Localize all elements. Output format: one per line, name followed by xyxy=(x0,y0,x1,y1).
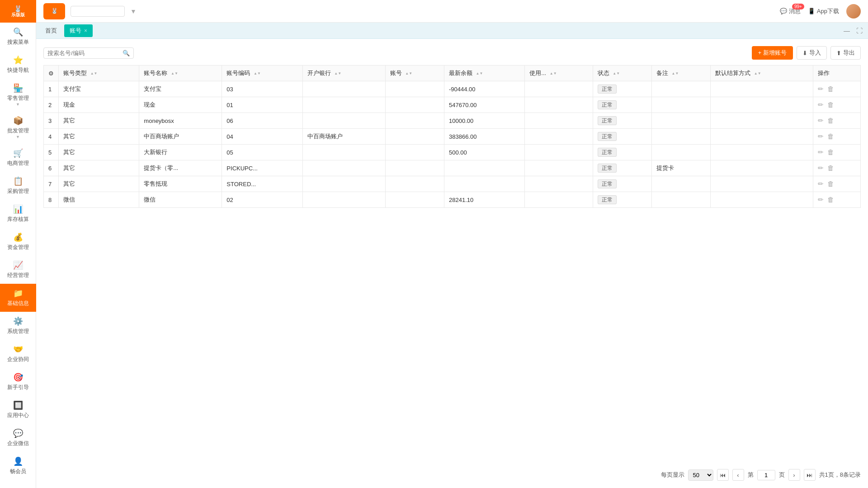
message-btn[interactable]: 💬 消息 99+ xyxy=(780,7,801,15)
cell-id-7: 8 xyxy=(44,192,59,208)
table-header-bank[interactable]: 开户银行 ▲▼ xyxy=(302,66,385,81)
delete-icon[interactable]: 🗑 xyxy=(827,196,834,204)
tab-maximize-icon[interactable]: ⛶ xyxy=(854,27,864,34)
sidebar-item-appcenter[interactable]: 🔲 应用中心 xyxy=(0,396,36,424)
tab-account-close[interactable]: × xyxy=(84,28,87,34)
table-header-usage[interactable]: 使用... ▲▼ xyxy=(525,66,593,81)
table-row: 7 其它 零售抵现 STORED... 正常 ✏ 🗑 xyxy=(44,176,861,192)
page-next-btn[interactable]: › xyxy=(788,469,800,481)
export-label: 导出 xyxy=(843,49,855,57)
table-header-status[interactable]: 状态 ▲▼ xyxy=(593,66,651,81)
page-unit: 页 xyxy=(779,471,785,479)
sidebar-item-basic[interactable]: 📁 基础信息 xyxy=(0,284,36,312)
cell-id-0: 1 xyxy=(44,81,59,97)
sidebar-item-quicknav[interactable]: ⭐ 快捷导航 xyxy=(0,51,36,79)
edit-icon[interactable]: ✏ xyxy=(818,101,824,109)
sidebar-item-search[interactable]: 🔍 搜索菜单 xyxy=(0,23,36,51)
app-logo: 🐰 乐版版 xyxy=(0,0,36,23)
cell-code-2: 06 xyxy=(222,113,302,129)
sidebar-item-collab[interactable]: 🤝 企业协同 xyxy=(0,340,36,368)
table-header-name[interactable]: 账号名称 ▲▼ xyxy=(139,66,222,81)
cell-type-1: 现金 xyxy=(59,97,139,113)
edit-icon[interactable]: ✏ xyxy=(818,132,824,141)
sidebar-item-wholesale[interactable]: 📦 批发管理 ▼ xyxy=(0,111,36,144)
delete-icon[interactable]: 🗑 xyxy=(827,117,834,125)
page-first-btn[interactable]: ⏮ xyxy=(717,469,729,481)
sidebar-item-inventory[interactable]: 📊 库存核算 xyxy=(0,200,36,228)
cell-id-6: 7 xyxy=(44,176,59,192)
sidebar-item-finance[interactable]: 💰 资金管理 xyxy=(0,228,36,256)
page-prev-btn[interactable]: ‹ xyxy=(732,469,744,481)
status-badge: 正常 xyxy=(598,195,617,204)
topbar-search-input[interactable] xyxy=(71,6,125,17)
add-account-button[interactable]: + 新增账号 xyxy=(752,46,793,60)
sidebar-item-guide[interactable]: 🎯 新手引导 xyxy=(0,368,36,396)
topbar-dropdown-icon[interactable]: ▼ xyxy=(130,8,137,15)
cell-balance-7: 28241.10 xyxy=(444,192,524,208)
sort-account-icon: ▲▼ xyxy=(405,71,412,75)
per-page-select[interactable]: 102050100 xyxy=(688,469,713,481)
delete-icon[interactable]: 🗑 xyxy=(827,164,834,172)
cell-type-4: 其它 xyxy=(59,145,139,160)
page-last-btn[interactable]: ⏭ xyxy=(804,469,816,481)
system-icon: ⚙️ xyxy=(13,316,23,326)
table-header-default[interactable]: 默认结算方式 ▲▼ xyxy=(711,66,813,81)
table-header-remark[interactable]: 备注 ▲▼ xyxy=(651,66,710,81)
cell-status-1: 正常 xyxy=(593,97,651,113)
cell-id-1: 2 xyxy=(44,97,59,113)
import-button[interactable]: ⬇ 导入 xyxy=(797,46,827,60)
status-badge: 正常 xyxy=(598,132,617,141)
content-area: 🔍 + 新增账号 ⬇ 导入 ⬆ 导出 ⚙ xyxy=(36,39,868,488)
cell-account-6 xyxy=(385,176,444,192)
wechat-work-icon: 💬 xyxy=(13,428,23,438)
app-download-label: App下载 xyxy=(817,7,839,15)
cell-remark-0 xyxy=(651,81,710,97)
search-icon[interactable]: 🔍 xyxy=(123,50,130,56)
cell-usage-1 xyxy=(525,97,593,113)
search-input[interactable] xyxy=(47,50,121,56)
page-input[interactable] xyxy=(757,470,775,480)
edit-icon[interactable]: ✏ xyxy=(818,164,824,172)
cell-name-2: moneybosx xyxy=(139,113,222,129)
sidebar-item-retail[interactable]: 🏪 零售管理 ▼ xyxy=(0,79,36,111)
cell-id-4: 5 xyxy=(44,145,59,160)
delete-icon[interactable]: 🗑 xyxy=(827,132,834,141)
table-row: 5 其它 大新银行 05 500.00 正常 ✏ 🗑 xyxy=(44,145,861,160)
table-header-account[interactable]: 账号 ▲▼ xyxy=(385,66,444,81)
sidebar-item-system[interactable]: ⚙️ 系统管理 xyxy=(0,312,36,340)
delete-icon[interactable]: 🗑 xyxy=(827,101,834,109)
table-header-settings[interactable]: ⚙ xyxy=(44,66,59,81)
edit-icon[interactable]: ✏ xyxy=(818,85,824,93)
tab-minimize-icon[interactable]: — xyxy=(842,27,852,34)
edit-icon[interactable]: ✏ xyxy=(818,180,824,188)
sidebar-item-ecommerce[interactable]: 🛒 电商管理 xyxy=(0,144,36,172)
table-header-balance[interactable]: 最新余额 ▲▼ xyxy=(444,66,524,81)
table-header-code[interactable]: 账号编码 ▲▼ xyxy=(222,66,302,81)
download-icon: 📱 xyxy=(808,8,815,14)
tab-home[interactable]: 首页 xyxy=(40,24,62,37)
tab-account[interactable]: 账号 × xyxy=(64,24,93,37)
edit-icon[interactable]: ✏ xyxy=(818,117,824,125)
sidebar-item-purchase[interactable]: 📋 采购管理 xyxy=(0,172,36,200)
edit-icon[interactable]: ✏ xyxy=(818,196,824,204)
sidebar-item-member[interactable]: 👤 畅会员 xyxy=(0,452,36,480)
export-button[interactable]: ⬆ 导出 xyxy=(830,46,861,60)
app-download-btn[interactable]: 📱 App下载 xyxy=(808,7,839,15)
sort-default-icon: ▲▼ xyxy=(754,71,761,75)
edit-icon[interactable]: ✏ xyxy=(818,148,824,156)
delete-icon[interactable]: 🗑 xyxy=(827,180,834,188)
cell-balance-0: -90444.00 xyxy=(444,81,524,97)
table-header-type[interactable]: 账号类型 ▲▼ xyxy=(59,66,139,81)
sidebar-item-operation[interactable]: 📈 经营管理 xyxy=(0,256,36,284)
cell-type-0: 支付宝 xyxy=(59,81,139,97)
ecommerce-icon: 🛒 xyxy=(13,148,23,158)
avatar[interactable] xyxy=(846,4,861,19)
cell-action-6: ✏ 🗑 xyxy=(813,176,860,192)
cell-balance-4: 500.00 xyxy=(444,145,524,160)
cell-code-3: 04 xyxy=(222,129,302,145)
table-scroll: ⚙ 账号类型 ▲▼ 账号名称 ▲▼ 账号编码 ▲▼ xyxy=(43,65,861,464)
sidebar-item-wechat-work[interactable]: 💬 企业微信 xyxy=(0,424,36,452)
delete-icon[interactable]: 🗑 xyxy=(827,148,834,156)
delete-icon[interactable]: 🗑 xyxy=(827,85,834,93)
tab-account-label: 账号 xyxy=(70,27,81,35)
